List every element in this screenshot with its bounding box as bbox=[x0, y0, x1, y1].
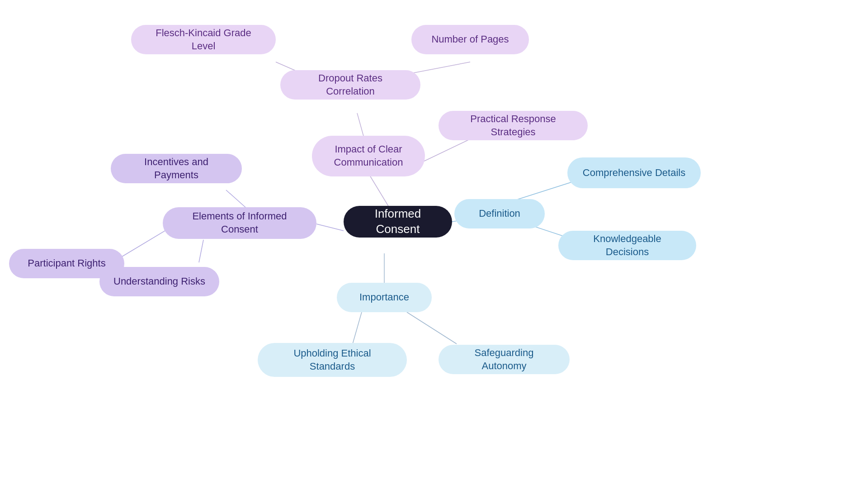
practical-response-label: Practical Response Strategies bbox=[452, 113, 574, 138]
svg-line-6 bbox=[226, 190, 246, 208]
definition-label: Definition bbox=[479, 207, 520, 220]
knowledgeable-decisions-label: Knowledgeable Decisions bbox=[572, 233, 683, 258]
understanding-risks-node[interactable]: Understanding Risks bbox=[99, 267, 219, 296]
svg-line-8 bbox=[199, 240, 203, 262]
importance-label: Importance bbox=[359, 291, 409, 304]
svg-line-5 bbox=[316, 224, 344, 231]
dropout-rates-label: Dropout Rates Correlation bbox=[294, 72, 407, 98]
svg-line-11 bbox=[407, 312, 457, 344]
elements-informed-consent-node[interactable]: Elements of Informed Consent bbox=[163, 207, 316, 239]
flesch-kincaid-node[interactable]: Flesch-Kincaid Grade Level bbox=[131, 25, 276, 54]
number-pages-node[interactable]: Number of Pages bbox=[411, 25, 529, 54]
practical-response-node[interactable]: Practical Response Strategies bbox=[439, 111, 588, 140]
impact-clear-comm-label: Impact of ClearCommunication bbox=[334, 143, 403, 169]
knowledgeable-decisions-node[interactable]: Knowledgeable Decisions bbox=[558, 231, 696, 260]
understanding-risks-label: Understanding Risks bbox=[113, 275, 205, 288]
number-pages-label: Number of Pages bbox=[431, 33, 509, 46]
dropout-rates-node[interactable]: Dropout Rates Correlation bbox=[280, 70, 420, 100]
upholding-ethical-node[interactable]: Upholding Ethical Standards bbox=[258, 343, 407, 377]
center-node[interactable]: Informed Consent bbox=[344, 206, 452, 238]
incentives-payments-label: Incentives and Payments bbox=[124, 156, 228, 181]
comprehensive-details-node[interactable]: Comprehensive Details bbox=[567, 157, 701, 188]
svg-line-10 bbox=[353, 312, 362, 344]
incentives-payments-node[interactable]: Incentives and Payments bbox=[111, 154, 242, 183]
flesch-kincaid-label: Flesch-Kincaid Grade Level bbox=[145, 27, 262, 52]
definition-node[interactable]: Definition bbox=[454, 199, 545, 228]
comprehensive-details-label: Comprehensive Details bbox=[583, 167, 685, 180]
elements-informed-consent-label: Elements of Informed Consent bbox=[176, 210, 303, 236]
center-label: Informed Consent bbox=[366, 206, 429, 237]
impact-clear-comm-node[interactable]: Impact of ClearCommunication bbox=[312, 136, 425, 176]
safeguarding-autonomy-node[interactable]: Safeguarding Autonomy bbox=[439, 345, 570, 374]
participant-rights-label: Participant Rights bbox=[28, 257, 105, 270]
upholding-ethical-label: Upholding Ethical Standards bbox=[271, 347, 393, 373]
safeguarding-autonomy-label: Safeguarding Autonomy bbox=[452, 347, 556, 372]
importance-node[interactable]: Importance bbox=[337, 283, 432, 312]
